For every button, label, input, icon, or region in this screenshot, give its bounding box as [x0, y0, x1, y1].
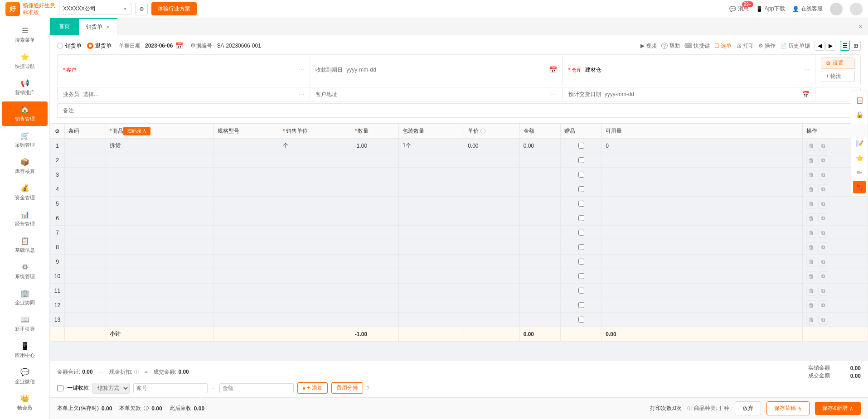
float-star-button[interactable]: ⭐ [853, 152, 866, 164]
unit-1[interactable]: 个 [279, 139, 351, 153]
copy-row-11-button[interactable]: ⧉ [818, 286, 828, 296]
th-settings[interactable]: ⚙ [50, 124, 65, 139]
qty-1[interactable]: -1.00 [351, 139, 399, 153]
online-service-button[interactable]: 👤 在线客服 [792, 5, 823, 13]
discount-tip-icon[interactable]: ⓘ [134, 369, 139, 376]
settle-method-select[interactable]: 结算方式 [92, 383, 130, 394]
sidebar-item-guide[interactable]: 📖 新手引导 [2, 312, 48, 336]
copy-row-6-button[interactable]: ⧉ [818, 213, 828, 223]
float-edit-button[interactable]: ✏ [853, 166, 866, 179]
sidebar-item-finance[interactable]: 💰 资金管理 [2, 180, 48, 205]
arrears-tip-icon[interactable]: ⓘ [144, 405, 149, 412]
delete-row-6-button[interactable]: 🗑 [806, 213, 816, 223]
delete-row-2-button[interactable]: 🗑 [806, 155, 816, 165]
copy-row-12-button[interactable]: ⧉ [818, 300, 828, 310]
float-note-button[interactable]: 📝 [853, 137, 866, 150]
delete-row-3-button[interactable]: 🗑 [806, 170, 816, 180]
delivery-calendar-icon[interactable]: 📅 [802, 91, 810, 98]
sidebar-item-enterprise[interactable]: 🏢 企业协同 [2, 285, 48, 310]
gift-checkbox-3[interactable] [578, 172, 584, 178]
tab-sales-order[interactable]: 销货单 × [79, 18, 117, 35]
sidebar-item-system[interactable]: ⚙ 系统管理 [2, 259, 48, 284]
company-selector[interactable]: XXXXXX公司 ▼ [59, 3, 131, 15]
gift-checkbox-10[interactable] [578, 273, 584, 279]
one-key-payment-checkbox[interactable] [57, 385, 63, 391]
spec-1[interactable] [214, 139, 279, 153]
payment-due-calendar-icon[interactable]: 📅 [549, 66, 557, 73]
copy-row-7-button[interactable]: ⧉ [818, 228, 828, 238]
operation-btn[interactable]: ⚙ 操作 [758, 42, 776, 50]
tab-close-all-button[interactable]: × [858, 23, 868, 31]
delete-row-8-button[interactable]: 🗑 [806, 242, 816, 252]
sidebar-item-purchase[interactable]: 🛒 采购管理 [2, 128, 48, 152]
settings-icon[interactable]: ⚙ [135, 3, 148, 15]
grid-view-btn[interactable]: ⊞ [851, 41, 861, 51]
copy-row-8-button[interactable]: ⧉ [818, 242, 828, 252]
prev-arrow[interactable]: ◀ [815, 41, 824, 51]
gift-checkbox-12[interactable] [578, 302, 584, 308]
delete-row-13-button[interactable]: 🗑 [806, 315, 816, 325]
copy-row-2-button[interactable]: ⧉ [818, 155, 828, 165]
sidebar-item-inventory[interactable]: 📦 库存核算 [2, 154, 48, 178]
add-payment-button[interactable]: ● + 添加 [297, 382, 328, 394]
app-download-button[interactable]: 📱 App下载 [756, 5, 785, 13]
tab-home[interactable]: 首页 [50, 18, 79, 35]
customer-addr-input[interactable] [339, 90, 551, 98]
copy-row-13-button[interactable]: ⧉ [818, 315, 828, 325]
help-btn[interactable]: ? 帮助 [661, 42, 680, 50]
account-input[interactable] [133, 383, 208, 393]
sidebar-item-operations[interactable]: 📊 经营管理 [2, 207, 48, 231]
copy-row-9-button[interactable]: ⧉ [818, 257, 828, 267]
salesman-input[interactable] [81, 90, 298, 98]
gift-checkbox-5[interactable] [578, 201, 584, 207]
sidebar-item-member[interactable]: 👑 畅会员 [2, 390, 48, 415]
sidebar-item-quick-nav[interactable]: ⭐ 快捷导航 [2, 49, 48, 73]
barcode-1[interactable] [65, 139, 106, 153]
delete-row-10-button[interactable]: 🗑 [806, 271, 816, 281]
gift-checkbox-4[interactable] [578, 186, 584, 192]
copy-row-5-button[interactable]: ⧉ [818, 199, 828, 209]
tab-close-icon[interactable]: × [106, 24, 110, 31]
salesman-picker-icon[interactable]: ··· [298, 90, 304, 98]
save-draft-button[interactable]: 保存草稿 ∧ [766, 401, 810, 415]
expense-tip-icon[interactable]: ? [367, 385, 369, 391]
date-calendar-icon[interactable]: 📅 [175, 42, 183, 49]
save-new-button[interactable]: 保存&新增 ∧ [815, 402, 861, 415]
sidebar-item-search[interactable]: ☰ 搜索菜单 [2, 23, 48, 47]
avatar2[interactable] [850, 3, 863, 15]
delete-row-7-button[interactable]: 🗑 [806, 228, 816, 238]
shortcut-btn[interactable]: ⌨ 快捷键 [684, 42, 710, 50]
gift-checkbox-1[interactable] [578, 143, 584, 149]
remark-input[interactable] [76, 106, 855, 115]
delete-row-5-button[interactable]: 🗑 [806, 199, 816, 209]
addr-picker-icon[interactable]: ··· [551, 90, 557, 98]
radio-return-order[interactable]: 退货单 [87, 42, 112, 50]
delete-row-12-button[interactable]: 🗑 [806, 300, 816, 310]
pkg-qty-1[interactable]: 1个 [399, 139, 464, 153]
float-orange-button[interactable]: 🔖 [853, 181, 866, 193]
expense-split-button[interactable]: 费用分摊 [331, 382, 363, 394]
gift-1[interactable] [561, 139, 602, 153]
list-view-btn[interactable]: ☰ [840, 41, 850, 51]
gift-checkbox-6[interactable] [578, 215, 584, 221]
print-btn[interactable]: 🖨 打印 [736, 42, 754, 50]
avatar[interactable] [830, 3, 843, 15]
customer-picker-icon[interactable]: ··· [298, 66, 304, 74]
payment-amount-input[interactable] [219, 383, 294, 393]
radio-sales-order[interactable]: 销货单 [57, 42, 82, 50]
customer-input[interactable] [78, 66, 298, 74]
gift-checkbox-11[interactable] [578, 288, 584, 294]
message-button[interactable]: 💬 消息 99+ [729, 5, 749, 13]
sidebar-item-wechat[interactable]: 💬 企业微信 [2, 364, 48, 389]
next-arrow[interactable]: ▶ [825, 41, 835, 51]
delete-row-1-button[interactable]: 🗑 [806, 141, 816, 151]
gift-checkbox-7[interactable] [578, 230, 584, 236]
product-1[interactable]: 拆货 [106, 139, 213, 153]
video-btn[interactable]: ▶ 视频 [640, 42, 657, 50]
dots-icon[interactable]: ··· [211, 385, 216, 391]
sidebar-item-marketing[interactable]: 📢 营销推广 [2, 75, 48, 100]
setting-button[interactable]: ⚙ 设置 [821, 58, 855, 69]
amount-1[interactable]: 0.00 [519, 139, 561, 153]
gift-checkbox-9[interactable] [578, 259, 584, 265]
sidebar-item-basic[interactable]: 📋 基础信息 [2, 233, 48, 257]
